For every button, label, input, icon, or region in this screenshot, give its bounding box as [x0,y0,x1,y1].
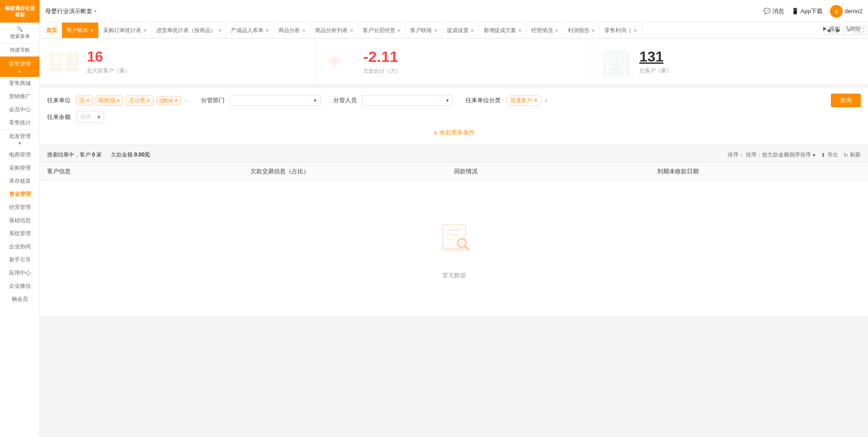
tab-customer-contact-close[interactable]: ✕ [434,28,437,33]
person-filter-select[interactable]: ··· [362,95,453,106]
tab-profit-close[interactable]: ✕ [591,28,595,33]
sort-select[interactable]: 排序： 排序：按欠款金额倒序排序 [728,151,815,159]
sidebar-item-marketing[interactable]: 营销推广 [0,90,39,103]
sidebar-item-appcenter[interactable]: 应用中心 [0,266,39,280]
tab-home[interactable]: 首页 [42,23,62,38]
sidebar-item-finance[interactable]: 资金管理 [0,188,39,201]
stat-amount-text: -2.11 欠款合计（万） [363,48,401,75]
tab-customer-ledger[interactable]: 客户账本 ✕ [62,23,99,38]
stat-customers-number: 16 [87,48,130,65]
sidebar-item-operations[interactable]: 经营管理 [0,201,39,214]
svg-rect-2 [446,229,462,231]
main-area: 母婴行业演示帐套 ▾ 💬 消息 📱 App下载 d demo2 首页 客户账本 [40,0,868,437]
content-area: ▶ 视频 ? 帮助 💴 16 总欠款客户（家） ✦ -2.11 [40,39,868,437]
app-download-button[interactable]: 📱 App下载 [791,7,823,15]
user-avatar-section[interactable]: d demo2 [830,5,863,18]
tab-customer-tier-label: 客户分层经营 [363,27,395,34]
search-result-actions: 排序： 排序：按欠款金额倒序排序 ⬆ 导出 ↻ 刷新 [728,151,861,159]
tab-inbound-stats[interactable]: 进货单统计表（按商品） ✕ [152,23,226,38]
filter-tag-cjttcw[interactable]: cjttcw ✕ [156,96,181,105]
tab-customer-tier-close[interactable]: ✕ [397,28,401,33]
collapse-button[interactable]: ∧ 收起更多条件 [428,127,480,138]
svg-rect-3 [446,234,458,236]
tab-profit-report[interactable]: 利润报告 ✕ [563,23,600,38]
filter-tag-wang[interactable]: 王小亮 ✕ [126,95,153,106]
tab-customer-tier[interactable]: 客户分层经营 ✕ [358,23,406,38]
sidebar-item-search[interactable]: 🔍 搜索菜单 [0,23,39,44]
filter-tag-wu-close[interactable]: ✕ [86,98,90,103]
filter-row-2: 往来余额 选择... [47,111,861,123]
sidebar-item-retail-shop[interactable]: 零售商城 [0,77,39,90]
person-select-more: ··· [438,97,442,104]
filter-more-button[interactable]: ··· [184,97,188,104]
tab-business-status[interactable]: 经营情况 ✕ [527,23,563,38]
sidebar-item-purchase[interactable]: 采购管理 [0,162,39,175]
amount-filter-select[interactable]: 选择... [76,111,104,123]
sidebar-item-members[interactable]: 会员中心 [0,103,39,116]
empty-state-text: 暂无数据 [442,271,466,280]
logo-text: 畅捷通好生意标版 [5,5,35,18]
unit-filter-label: 往来单位 [47,96,71,104]
tab-product-inbound-close[interactable]: ✕ [265,28,269,33]
sidebar-item-member-club[interactable]: 畅会员 [0,293,39,306]
tab-goods-analysis[interactable]: 商品分析 ✕ [274,23,311,38]
unit-class-tag-close[interactable]: ✕ [533,97,538,104]
tab-goods-list-close[interactable]: ✕ [350,28,353,33]
filter-tag-chen-close[interactable]: ✕ [116,98,120,103]
stat-card-customers: 💴 16 总欠款客户（家） [40,39,316,84]
tab-inbound-close[interactable]: ✕ [218,28,221,33]
col-repayment: 回款情况 [454,167,657,176]
message-button[interactable]: 💬 消息 [763,7,784,15]
tab-purchase-close[interactable]: ✕ [143,28,147,33]
unit-class-tag[interactable]: 普通客户 ✕ [506,95,542,106]
tab-business-close[interactable]: ✕ [555,28,558,33]
sidebar-item-quicknav[interactable]: 快捷导航 [0,44,39,57]
stat-amount-number: -2.11 [363,48,401,66]
sidebar-item-basic[interactable]: 基础信息 [0,214,39,227]
tab-goods-analysis-close[interactable]: ✕ [302,28,306,33]
filter-tag-cjttcw-close[interactable]: ✕ [174,98,178,103]
tab-new-commission-close[interactable]: ✕ [518,28,522,33]
refresh-button[interactable]: ↻ 刷新 [844,151,861,159]
tab-customer-contact[interactable]: 客户联络 ✕ [406,23,442,38]
filter-tag-wang-close[interactable]: ✕ [147,98,150,103]
filter-tag-chen[interactable]: 陈民强 ✕ [96,95,123,106]
table-header: 客户信息 欠款交易信息（占比） 回款情况 到期未收款日期 [40,163,868,180]
export-button[interactable]: ⬆ 导出 [821,151,838,159]
tab-retail-profit-close[interactable]: ✕ [633,28,637,33]
sidebar-item-wholesale[interactable]: 批发管理 ▼ [0,130,39,148]
account-selector[interactable]: 母婴行业演示帐套 ▾ [45,7,96,15]
tabbar: 首页 客户账本 ✕ 采购订单统计表 ✕ 进货单统计表（按商品） ✕ 产成品入库单… [40,23,868,39]
sidebar-item-inventory[interactable]: 库存核算 [0,175,39,188]
sidebar: 畅捷通好生意标版 🔍 搜索菜单 快捷导航 零售管理 ▲ 零售商城 营销推广 会员… [0,0,40,437]
filter-tag-wu[interactable]: 伍 ✕ [76,95,93,106]
tab-commission-close[interactable]: ✕ [470,28,474,33]
search-result-info: 搜索结果中，客户 0 家 欠款金额 0.00元 [47,151,150,159]
sidebar-item-retail-stats[interactable]: 零售统计 [0,116,39,130]
tab-retail-profit[interactable]: 零售利润（ ✕ [600,23,642,38]
tab-goods-analysis-list[interactable]: 商品分析列表 ✕ [311,23,358,38]
stat-customers-bg-icon: 💴 [47,46,81,78]
tab-business-status-label: 经营情况 [531,27,553,34]
sidebar-item-enterprise-wechat[interactable]: 企业微信 [0,280,39,293]
sidebar-item-ecommerce[interactable]: 电商管理 [0,148,39,162]
sidebar-item-system[interactable]: 系统管理 [0,227,39,240]
amount-chevron-icon [97,114,100,120]
unit-class-chevron [545,97,548,104]
tab-product-inbound[interactable]: 产成品入库单 ✕ [226,23,274,38]
sidebar-item-enterprise[interactable]: 企业协同 [0,240,39,253]
dept-filter-select[interactable]: ··· [230,95,321,106]
sidebar-item-newbie[interactable]: 新手引导 [0,253,39,266]
tab-customer-ledger-close[interactable]: ✕ [90,28,94,33]
tab-new-commission[interactable]: 新增提成方案 ✕ [479,23,527,38]
sidebar-item-retail[interactable]: 零售管理 ▲ [0,57,39,77]
tab-purchase-stats[interactable]: 采购订单统计表 ✕ [99,23,152,38]
export-icon: ⬆ [821,152,825,158]
message-icon: 💬 [763,8,771,14]
tab-commission-settings[interactable]: 提成设置 ✕ [442,23,479,38]
search-button[interactable]: 查询 [831,94,861,107]
person-chevron-icon [446,97,449,104]
tab-inbound-stats-label: 进货单统计表（按商品） [156,27,216,34]
svg-point-6 [458,239,465,247]
svg-rect-4 [446,238,455,240]
